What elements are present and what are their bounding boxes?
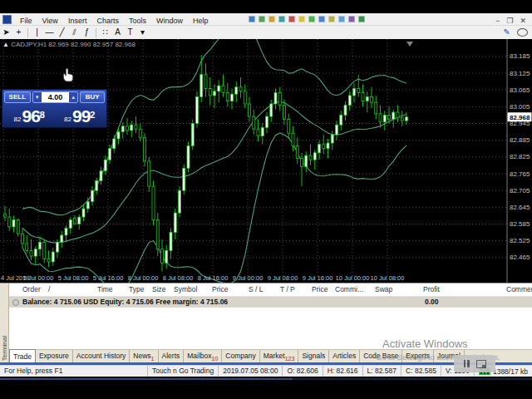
tab-trade[interactable]: Trade: [9, 349, 36, 362]
column-commi[interactable]: Commi...: [335, 285, 363, 293]
navigator-icon[interactable]: [268, 16, 275, 22]
time-axis-label: 9 Jul 00:00: [233, 274, 264, 282]
new-chart-icon[interactable]: [318, 16, 325, 22]
close-icon[interactable]: ✕: [516, 17, 530, 25]
column-comment[interactable]: Comment: [506, 285, 532, 293]
timeframe-icon[interactable]: [338, 16, 345, 22]
candle-body: [266, 116, 268, 127]
crosshair-tool[interactable]: +: [12, 26, 25, 39]
candle-body: [392, 112, 395, 119]
column-profit[interactable]: Profit: [423, 285, 440, 293]
price-axis-label: 83.005: [510, 103, 530, 111]
price-axis-label: 82.885: [510, 136, 530, 144]
menu-window[interactable]: Window: [151, 17, 188, 25]
candle-body: [253, 116, 255, 129]
volume-input[interactable]: 4.00: [42, 92, 70, 102]
arrows-tool[interactable]: ▾: [136, 26, 149, 39]
autotrading-icon[interactable]: [308, 16, 315, 22]
buy-price[interactable]: 82992: [55, 103, 106, 127]
tab-company[interactable]: Company: [222, 350, 259, 362]
time-axis-label: 8 Jul 08:00: [163, 274, 194, 282]
price-axis-label: 82.765: [510, 170, 530, 178]
tab-signals[interactable]: Signals: [298, 350, 329, 362]
column-swap[interactable]: Swap: [375, 285, 392, 293]
candle-body: [57, 242, 59, 252]
video-progress-bar[interactable]: [0, 378, 532, 380]
price-axis-label: 82.825: [510, 153, 530, 160]
fibonacci-tool[interactable]: ƒ: [81, 26, 93, 39]
status-profile[interactable]: Touch n Go Trading: [147, 366, 218, 377]
restore-icon[interactable]: ❐: [503, 17, 516, 25]
trendline-tool[interactable]: ╱: [56, 26, 68, 39]
sell-button[interactable]: SELL: [4, 91, 31, 103]
cursor-tool[interactable]: ➤: [0, 26, 12, 39]
sell-price[interactable]: 82968: [4, 103, 55, 127]
market-watch-icon[interactable]: [249, 16, 255, 22]
menu-file[interactable]: File: [15, 17, 37, 25]
horizontal-line-tool[interactable]: —: [43, 26, 56, 39]
column-[interactable]: /: [48, 285, 50, 293]
channel-tool[interactable]: ⫽: [68, 26, 81, 39]
tab-badge: 1: [151, 356, 155, 362]
toolbar-separator: [27, 28, 28, 37]
tab-exposure[interactable]: Exposure: [36, 350, 73, 362]
vertical-line-tool[interactable]: |: [31, 26, 43, 39]
candle-body: [74, 218, 76, 224]
tab-market[interactable]: Market123: [260, 350, 299, 362]
new-order-icon[interactable]: [288, 16, 295, 22]
chart-background: [0, 39, 532, 283]
candle-body: [144, 137, 146, 161]
status-help-text: For Help, press F1: [0, 366, 147, 377]
menu-view[interactable]: View: [37, 17, 63, 25]
quick-edit-icon[interactable]: ✎: [504, 27, 510, 37]
chat-bubble-icon[interactable]: [517, 28, 528, 37]
column-order[interactable]: Order: [22, 285, 41, 293]
metaeditor-icon[interactable]: [298, 16, 305, 22]
column-type[interactable]: Type: [129, 285, 144, 293]
data-window-icon[interactable]: [259, 16, 265, 22]
column-price[interactable]: Price: [312, 285, 328, 293]
pause-icon[interactable]: [464, 360, 470, 367]
volume-down-icon[interactable]: ▼: [33, 92, 42, 102]
volume-up-icon[interactable]: ▲: [69, 92, 77, 102]
column-tp[interactable]: T / P: [280, 285, 295, 293]
menu-tools[interactable]: Tools: [124, 17, 151, 25]
tab-alerts[interactable]: Alerts: [159, 350, 185, 362]
candle-body: [218, 86, 220, 91]
minimize-icon[interactable]: −: [492, 17, 503, 25]
column-symbol[interactable]: Symbol: [174, 285, 197, 293]
zoom-in-icon[interactable]: [348, 16, 355, 22]
picture-in-picture-icon[interactable]: [476, 360, 486, 368]
candle-body: [235, 87, 238, 94]
candle-body: [121, 126, 124, 132]
column-price[interactable]: Price: [212, 285, 228, 293]
tab-articles[interactable]: Articles: [329, 350, 360, 362]
candle-body: [191, 124, 194, 146]
menu-insert[interactable]: Insert: [63, 17, 92, 25]
balance-row[interactable]: Balance: 4 715.06 USD Equity: 4 715.06 F…: [9, 297, 532, 308]
column-sl[interactable]: S / L: [249, 285, 263, 293]
price-chart[interactable]: 82.46582.52582.58582.64582.70582.76582.8…: [0, 39, 532, 283]
chart-area[interactable]: 82.46582.52582.58582.64582.70582.76582.8…: [0, 39, 532, 283]
text-label-tool[interactable]: T: [124, 26, 136, 39]
profiles-icon[interactable]: [328, 16, 335, 22]
terminal-side-strip[interactable]: Terminal: [0, 283, 9, 363]
column-time[interactable]: Time: [97, 285, 113, 293]
candle-body: [301, 159, 303, 167]
time-axis-label: 10 Jul 08:00: [371, 274, 405, 282]
line-studies-toolbar: ➤+|—╱⫽ƒ∷AT▾ ✎: [0, 26, 532, 40]
candle-body: [39, 242, 42, 249]
menu-help[interactable]: Help: [188, 17, 214, 25]
cycle-lines-tool[interactable]: ∷: [99, 26, 111, 39]
menu-charts[interactable]: Charts: [91, 17, 124, 25]
indicators-icon[interactable]: [358, 16, 365, 22]
tab-news[interactable]: News1: [130, 350, 158, 362]
terminal-panel-icon[interactable]: [278, 16, 285, 22]
column-size[interactable]: Size: [152, 285, 166, 293]
buy-button[interactable]: BUY: [80, 91, 105, 103]
tab-account-history[interactable]: Account History: [73, 350, 131, 362]
text-tool[interactable]: A: [111, 26, 124, 39]
candle-body: [353, 88, 356, 95]
candle-body: [305, 155, 308, 166]
tab-mailbox[interactable]: Mailbox10: [184, 350, 222, 362]
